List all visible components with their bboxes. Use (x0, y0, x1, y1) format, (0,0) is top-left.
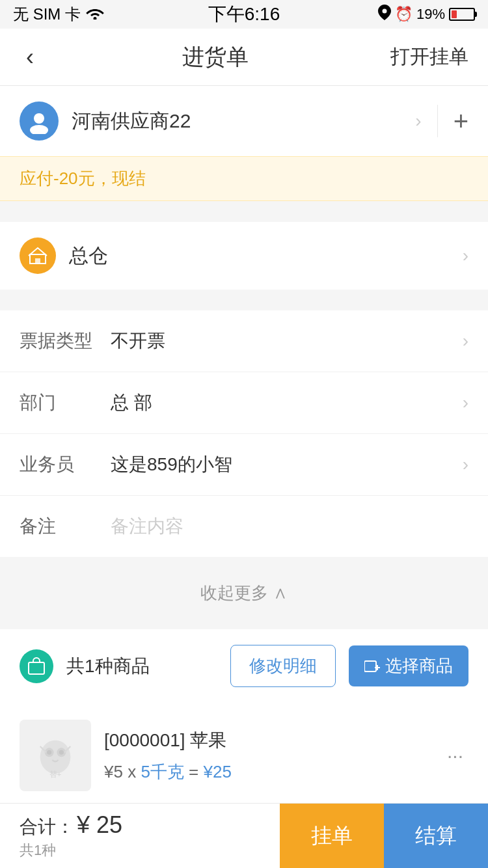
battery-percent: 19% (416, 6, 445, 23)
invoice-row[interactable]: 票据类型 不开票 › (0, 310, 488, 372)
svg-point-0 (34, 113, 44, 124)
supplier-alert-banner: 应付-20元，现结 (0, 156, 488, 201)
product-info: [0000001] 苹果 ¥5 x 5千克 = ¥25 (104, 728, 429, 783)
select-product-button[interactable]: 选择商品 (349, 645, 468, 686)
product-thumbnail: 替+ (20, 720, 91, 791)
form-section: 票据类型 不开票 › 部门 总 部 › 业务员 这是859的小智 › 备注 备注… (0, 310, 488, 557)
svg-point-1 (30, 125, 48, 134)
svg-point-6 (40, 740, 71, 774)
status-right: ⏰ 19% (378, 5, 475, 24)
total-label: 合计： (20, 815, 74, 839)
settle-button[interactable]: 结算 (384, 804, 488, 868)
invoice-value: 不开票 (111, 329, 463, 353)
svg-rect-5 (364, 661, 376, 671)
battery-icon (449, 8, 475, 21)
remark-placeholder: 备注内容 (111, 514, 468, 539)
warehouse-icon (20, 237, 56, 274)
page-title: 进货单 (182, 42, 249, 72)
sep2 (0, 300, 488, 310)
remark-row[interactable]: 备注 备注内容 (0, 496, 488, 557)
divider (437, 105, 438, 137)
warehouse-chevron-icon: › (463, 245, 468, 266)
total-section: 合计： ¥ 25 共1种 (0, 804, 280, 868)
svg-rect-3 (35, 258, 40, 264)
warehouse-name: 总仓 (69, 243, 463, 269)
invoice-chevron-icon: › (463, 331, 468, 351)
product-count-text: 共1种商品 (66, 654, 217, 679)
dept-label: 部门 (20, 390, 111, 415)
product-section: 共1种商品 修改明细 选择商品 (0, 629, 488, 807)
sales-row[interactable]: 业务员 这是859的小智 › (0, 434, 488, 496)
supplier-section: 河南供应商22 › + 应付-20元，现结 (0, 86, 488, 201)
sales-chevron-icon: › (463, 454, 468, 475)
main-content: 河南供应商22 › + 应付-20元，现结 总仓 › 票据类型 不开票 (0, 86, 488, 868)
open-hang-button[interactable]: 打开挂单 (390, 44, 468, 70)
edit-detail-button[interactable]: 修改明细 (230, 645, 336, 687)
supplier-avatar (20, 102, 59, 141)
dept-chevron-icon: › (463, 392, 468, 413)
bottom-bar: 合计： ¥ 25 共1种 挂单 结算 (0, 803, 488, 868)
add-supplier-button[interactable]: + (454, 107, 468, 136)
alarm-icon: ⏰ (395, 6, 413, 23)
supplier-row[interactable]: 河南供应商22 › + (0, 86, 488, 156)
product-more-button[interactable]: ··· (442, 742, 468, 769)
svg-point-9 (47, 750, 51, 755)
status-left: 无 SIM 卡 (13, 4, 104, 25)
warehouse-row[interactable]: 总仓 › (0, 222, 488, 290)
supplier-chevron-icon: › (415, 111, 421, 131)
product-name: [0000001] 苹果 (104, 728, 429, 753)
remark-label: 备注 (20, 514, 111, 539)
product-count-icon (20, 649, 53, 683)
svg-rect-4 (29, 662, 44, 674)
invoice-label: 票据类型 (20, 329, 111, 353)
location-icon (378, 5, 391, 24)
product-item: 替+ [0000001] 苹果 ¥5 x 5千克 = ¥25 ··· (0, 704, 488, 807)
product-price: ¥5 x 5千克 = ¥25 (104, 761, 429, 783)
warehouse-section: 总仓 › (0, 222, 488, 290)
svg-text:替+: 替+ (49, 770, 62, 778)
svg-point-10 (59, 750, 64, 755)
supplier-name: 河南供应商22 (72, 108, 415, 135)
dept-value: 总 部 (111, 390, 463, 415)
hang-order-button[interactable]: 挂单 (280, 804, 384, 868)
back-button[interactable]: ‹ (20, 37, 40, 77)
sales-label: 业务员 (20, 452, 111, 477)
sales-value: 这是859的小智 (111, 452, 463, 477)
sep1 (0, 211, 488, 222)
total-amount: ¥ 25 (77, 811, 122, 839)
wifi-icon (86, 5, 104, 23)
status-bar: 无 SIM 卡 下午6:16 ⏰ 19% (0, 0, 488, 29)
product-header: 共1种商品 修改明细 选择商品 (0, 629, 488, 703)
dept-row[interactable]: 部门 总 部 › (0, 372, 488, 434)
collapse-bar[interactable]: 收起更多 ∧ (0, 567, 488, 619)
status-time: 下午6:16 (208, 2, 280, 27)
total-sub: 共1种 (20, 841, 260, 860)
sep3 (0, 619, 488, 629)
nav-bar: ‹ 进货单 打开挂单 (0, 29, 488, 86)
carrier-text: 无 SIM 卡 (13, 4, 81, 25)
